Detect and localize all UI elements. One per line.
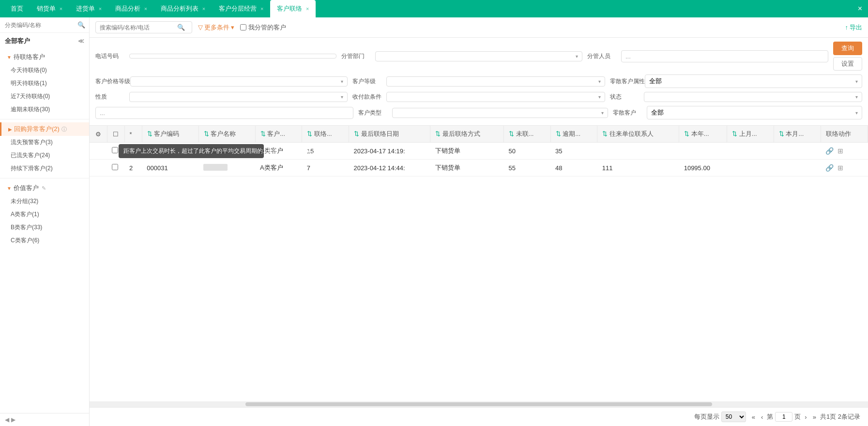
col-name[interactable]: ⇅ 客户名称 [198,126,255,143]
abnormal-group-title[interactable]: ▶ 回购异常客户(2) ⓘ [0,122,89,136]
row1-checkbox[interactable] [112,147,118,153]
sidebar-item-declining[interactable]: 持续下滑客户(2) [0,162,89,175]
price-level-select[interactable]: ▾ [130,76,348,87]
col-last-date[interactable]: ⇅ 最后联络日期 [349,126,430,143]
close-analysis-icon[interactable]: × [144,6,147,12]
horizontal-scrollbar[interactable] [90,401,868,407]
col-code[interactable]: ⇅ 客户编码 [142,126,198,143]
search-icon[interactable]: 🔍 [177,24,185,31]
sidebar-item-lost[interactable]: 已流失客户(24) [0,149,89,162]
value-group-title[interactable]: ▼ 价值客户 ✎ [0,181,89,195]
scrollbar-thumb[interactable] [245,402,713,406]
page-number-input[interactable] [775,412,792,422]
level-caret-icon: ▾ [598,79,601,84]
row2-link-action-icon[interactable]: 🔗 [825,164,834,172]
sidebar-item-lost-warning[interactable]: 流失预警客户(3) [0,136,89,149]
status-select[interactable]: ▾ [644,92,862,102]
sidebar-scroll-left[interactable]: ◀ [5,416,9,423]
pending-contact-title[interactable]: ▼ 待联络客户 [0,50,89,64]
row1-grid-action-icon[interactable]: ⊞ [838,147,843,155]
col-type[interactable]: ⇅ 客户... [255,126,302,143]
dept-caret-icon: ▾ [576,54,578,59]
sidebar-item-overdue[interactable]: 逾期未联络(30) [0,103,89,116]
row1-method-link[interactable]: 下销货单 [435,147,460,154]
more-ellipsis-icon[interactable]: ... [100,109,105,117]
manager-input[interactable]: ... [621,50,828,62]
value-group-edit-icon[interactable]: ✎ [42,185,46,191]
sidebar-search-icon[interactable]: 🔍 [77,21,85,29]
collapse-sidebar-icon[interactable]: ≪ [78,38,84,44]
row2-check[interactable] [107,160,124,176]
sidebar-search-input[interactable] [5,22,77,29]
nav-sales[interactable]: 销货单 × [30,0,69,17]
row2-method-link[interactable]: 下销货单 [435,164,460,171]
retail-attr-select[interactable]: 全部 ▾ [645,74,862,88]
nav-purchase[interactable]: 进货单 × [69,0,108,17]
close-analysis-list-icon[interactable]: × [202,6,205,12]
sidebar-item-today[interactable]: 今天待联络(0) [0,64,89,77]
dept-select[interactable]: ▾ [375,51,582,61]
col-last-method[interactable]: ⇅ 最后联络方式 [430,126,504,143]
col-settings[interactable]: ⚙ [90,126,107,143]
close-sales-icon[interactable]: × [60,6,62,12]
next-page-button[interactable]: › [803,412,808,422]
sidebar-scroll-right[interactable]: ▶ [11,416,15,423]
col-check[interactable]: ☐ [107,126,124,143]
close-contact-icon[interactable]: × [306,6,309,12]
sidebar-item-class-c[interactable]: C类客户(6) [0,234,89,247]
nav-analysis-list[interactable]: 商品分析列表 × [154,0,212,17]
row2-this-year: 10995.00 [679,160,727,176]
sidebar-item-tomorrow[interactable]: 明天待联络(1) [0,77,89,90]
nav-home[interactable]: 首页 [4,0,30,17]
row1-link-action-icon[interactable]: 🔗 [825,147,834,155]
window-close-button[interactable]: × [858,4,862,13]
col-unit-contact[interactable]: ⇅ 往来单位联系人 [597,126,679,143]
nav-analysis[interactable]: 商品分析 × [108,0,154,17]
query-button[interactable]: 查询 [833,42,862,55]
sort-uncontact-icon: ⇅ [509,130,514,137]
payment-select[interactable]: ▾ [386,92,605,102]
row2-checkbox[interactable] [112,164,118,170]
pending-contact-group: ▼ 待联络客户 今天待联络(0) 明天待联络(1) 近7天待联络(0) 逾期未联… [0,49,89,117]
col-contact[interactable]: ⇅ 联络... [302,126,349,143]
nav-customer-contact[interactable]: 客户联络 × [270,0,316,17]
nav-customer-segment[interactable]: 客户分层经营 × [212,0,270,17]
sidebar-item-7days[interactable]: 近7天待联络(0) [0,90,89,103]
customer-level-select[interactable]: ▾ [386,76,605,87]
sidebar-item-class-a[interactable]: A类客户(1) [0,208,89,221]
sidebar-item-ungroup[interactable]: 未分组(32) [0,195,89,208]
col-overdue[interactable]: ⇅ 逾期... [550,126,597,143]
nature-select[interactable]: ▾ [129,92,348,102]
prev-page-button[interactable]: ‹ [759,412,765,422]
export-button[interactable]: ↑ 导出 [845,23,863,32]
row2-grid-action-icon[interactable]: ⊞ [838,164,843,172]
row2-method[interactable]: 下销货单 [430,160,504,176]
first-page-button[interactable]: « [750,412,757,422]
retail-customer-select[interactable]: 全部 ▾ [647,106,862,119]
search-input[interactable] [100,24,177,31]
settings-button[interactable]: 设置 [833,57,862,71]
col-this-month[interactable]: ⇅ 本月... [774,126,821,143]
row2-code[interactable]: 000031 [142,160,198,176]
customer-type-select[interactable]: ▾ [392,108,608,118]
sort-overdue-icon: ⇅ [556,130,561,137]
col-last-month[interactable]: ⇅ 上月... [727,126,774,143]
all-customers-section[interactable]: 全部客户 ≪ [0,33,89,49]
phone-input[interactable] [129,54,336,59]
retail-attr-caret-icon: ▾ [855,79,858,84]
close-segment-icon[interactable]: × [260,6,263,12]
per-page-select[interactable]: 50 20 100 [721,411,746,422]
manager-more-icon[interactable]: ... [625,53,631,60]
col-uncontacted[interactable]: ⇅ 未联... [503,126,550,143]
close-purchase-icon[interactable]: × [99,6,102,12]
pending-contact-label: 待联络客户 [14,53,45,61]
data-table-area: ⚙ ☐ * ⇅ 客户编码 ⇅ 客户名称 ⇅ 客户... ⇅ [90,126,868,401]
filter-more-input[interactable]: ... [95,107,353,119]
col-this-year[interactable]: ⇅ 本年... [679,126,727,143]
my-customers-checkbox[interactable] [240,24,246,30]
row1-method[interactable]: 下销货单 [430,143,504,160]
sidebar-item-class-b[interactable]: B类客户(33) [0,221,89,234]
export-icon: ↑ [845,24,849,31]
last-page-button[interactable]: » [811,412,818,422]
more-conditions-button[interactable]: ▽ 更多条件 ▾ [198,23,234,32]
